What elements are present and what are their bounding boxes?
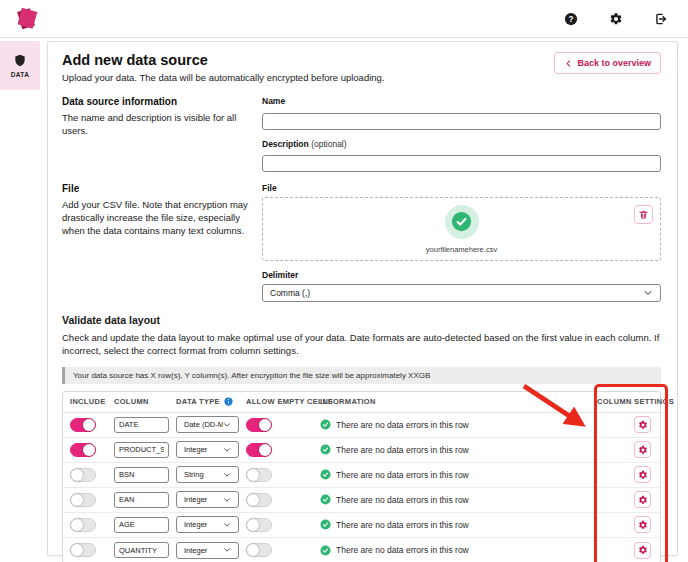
description-optional-hint: (optional) [311,139,346,149]
file-description: Add your CSV file. Note that encryption … [62,199,254,237]
include-toggle[interactable] [70,443,96,457]
gear-icon [638,495,648,505]
data-type-value: Integer [184,546,207,555]
info-icon[interactable] [224,397,233,406]
page-title: Add new data source [62,52,385,68]
include-toggle[interactable] [70,493,96,507]
page-subtitle: Upload your data. The data will be autom… [62,72,385,83]
data-type-select[interactable]: Date (DD-MM-YYYY) [176,416,239,433]
column-settings-button[interactable] [634,441,651,458]
allow-empty-toggle[interactable] [246,543,272,557]
header-information: INFORMATION [313,397,588,406]
table-row: Integer There are no data errors in this… [63,513,660,538]
data-type-value: Date (DD-MM-YYYY) [184,420,223,429]
include-toggle[interactable] [70,468,96,482]
column-name-input[interactable] [114,542,169,558]
check-circle-icon [320,519,331,530]
back-to-overview-button[interactable]: Back to overview [554,52,661,74]
delimiter-select[interactable]: Comma (,) [262,284,661,302]
row-information-text: There are no data errors in this row [336,495,469,505]
chevron-left-icon [564,59,573,68]
description-input[interactable] [262,155,661,172]
gear-icon [609,12,623,26]
gear-icon [638,420,648,430]
app-logo[interactable] [12,4,42,34]
row-information-text: There are no data errors in this row [336,445,469,455]
validate-description: Check and update the data layout to make… [62,331,661,358]
sidebar-item-data[interactable]: DATA [0,41,40,90]
gear-icon [638,470,648,480]
gear-icon [638,445,648,455]
section-data-source-info: Data source information The name and des… [62,96,661,172]
validate-heading: Validate data layout [62,314,661,326]
include-toggle[interactable] [70,543,96,557]
header-allow-empty-cells: ALLOW EMPTY CELLS [239,397,313,406]
column-settings-button[interactable] [634,516,651,533]
table-row: String There are no data errors in this … [63,463,660,488]
row-information-text: There are no data errors in this row [336,545,469,555]
name-input[interactable] [262,113,661,130]
header-include: INCLUDE [63,397,107,406]
upload-success-badge [445,205,479,239]
section-file: File Add your CSV file. Note that encryp… [62,183,661,302]
column-settings-button[interactable] [634,416,651,433]
trash-icon [638,209,649,220]
logout-icon [654,12,668,26]
allow-empty-toggle[interactable] [246,493,272,507]
allow-empty-toggle[interactable] [246,468,272,482]
settings-button[interactable] [609,12,623,26]
section-validate-layout: Validate data layout Check and update th… [62,314,661,384]
column-name-input[interactable] [114,517,169,533]
chevron-down-icon [643,288,653,298]
data-type-select[interactable]: Integer [176,491,239,508]
chevron-down-icon [223,471,231,479]
column-name-input[interactable] [114,467,169,483]
check-circle-icon [451,211,472,232]
data-type-select[interactable]: String [176,466,239,483]
row-information-text: There are no data errors in this row [336,470,469,480]
table-row: Integer There are no data errors in this… [63,538,660,562]
remove-file-button[interactable] [634,205,653,224]
column-name-input[interactable] [114,417,169,433]
data-type-select[interactable]: Integer [176,441,239,458]
table-body: Date (DD-MM-YYYY) There are no data erro… [63,413,660,562]
sidebar-item-label: DATA [11,71,30,78]
sidebar: DATA [0,38,40,562]
column-name-input[interactable] [114,442,169,458]
shield-icon [13,53,27,68]
allow-empty-toggle[interactable] [246,418,272,432]
data-source-info-heading: Data source information [62,96,262,107]
allow-empty-toggle[interactable] [246,518,272,532]
chevron-down-icon [223,546,231,554]
include-toggle[interactable] [70,418,96,432]
chevron-down-icon [223,521,231,529]
file-dropzone[interactable]: yourfilenamehere.csv [262,197,661,261]
gear-icon [638,545,648,555]
check-circle-icon [320,545,331,556]
data-summary-notice: Your data source has X row(s), Y column(… [62,367,661,384]
file-heading: File [62,183,262,194]
logout-button[interactable] [654,12,668,26]
column-settings-button[interactable] [634,491,651,508]
data-type-value: Integer [184,495,207,504]
column-settings-button[interactable] [634,542,651,559]
chevron-down-icon [223,446,231,454]
column-name-input[interactable] [114,492,169,508]
file-field-label: File [262,183,661,193]
gear-icon [638,520,648,530]
header-column-settings: COLUMN SETTINGS [588,397,660,406]
column-settings-button[interactable] [634,466,651,483]
description-label: Description (optional) [262,139,661,149]
data-type-value: String [184,470,204,479]
row-information-text: There are no data errors in this row [336,520,469,530]
table-row: Integer There are no data errors in this… [63,438,660,463]
data-type-select[interactable]: Integer [176,542,239,559]
app-window: DATA Add new data source Upload your dat… [0,0,688,562]
allow-empty-toggle[interactable] [246,443,272,457]
row-information-text: There are no data errors in this row [336,420,469,430]
include-toggle[interactable] [70,518,96,532]
table-header-row: INCLUDE COLUMN DATA TYPE ALLOW EMPTY CEL… [63,392,660,413]
chevron-down-icon [223,496,231,504]
help-button[interactable] [564,12,578,26]
data-type-select[interactable]: Integer [176,516,239,533]
